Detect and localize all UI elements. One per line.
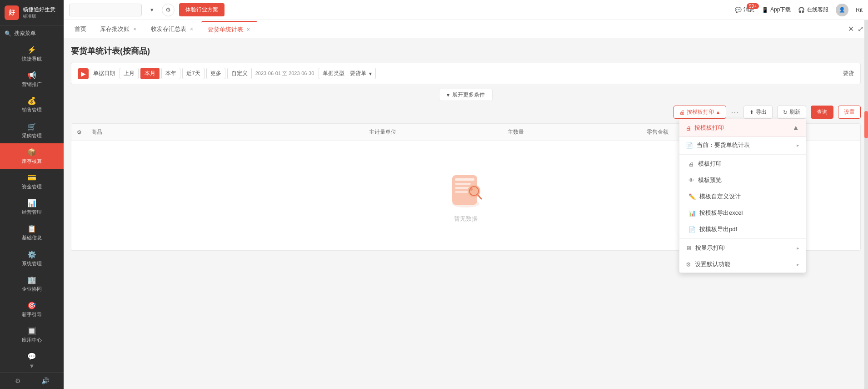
export-label: 导出 (756, 108, 767, 116)
sidebar-nav: ⚡ 快捷导航 📢 营销推广 💰 销售管理 🛒 采购管理 📦 库存核算 💳 资金管… (0, 41, 64, 360)
refresh-btn[interactable]: ↻ 刷新 (777, 106, 806, 119)
date-btn-custom[interactable]: 自定义 (227, 68, 252, 79)
sidebar-item-apps[interactable]: 🔲 应用中心 (0, 322, 64, 348)
topbar-app-download[interactable]: 📱 App下载 (762, 6, 791, 14)
filter-expand-row: ▾ 展开更多条件 (71, 89, 861, 101)
sidebar-item-inventory[interactable]: 📦 库存核算 (0, 143, 64, 169)
col-product-header: 商品 (91, 128, 369, 136)
tab-inventory-batch[interactable]: 库存批次账 × (94, 21, 144, 37)
topbar-settings-btn[interactable]: ⚙ (162, 4, 175, 16)
topbar-online-service[interactable]: 🎧 在线客服 (798, 6, 828, 14)
sidebar-item-label: 经营管理 (22, 209, 42, 215)
sidebar-item-quick-nav[interactable]: ⚡ 快捷导航 (0, 41, 64, 66)
tab-home[interactable]: 首页 (68, 21, 93, 37)
topbar-search-input[interactable] (69, 4, 142, 16)
app-label: App下载 (770, 6, 791, 14)
search-icon: 🔍 (5, 30, 11, 37)
sidebar-item-system[interactable]: ⚙️ 系统管理 (0, 246, 64, 271)
trial-btn[interactable]: 体验行业方案 (179, 3, 224, 16)
inventory-icon: 📦 (27, 148, 36, 157)
date-btn-current-month[interactable]: 本月 (140, 68, 160, 79)
export-excel-label: 按模板导出excel (699, 209, 743, 217)
tab-receivable-summary-label: 收发存汇总表 (151, 25, 186, 33)
sidebar-search[interactable]: 🔍 搜索菜单 (0, 26, 64, 41)
sidebar-bottom: ⚙ 🔊 (0, 372, 64, 389)
topbar-username[interactable]: Rit (856, 7, 863, 13)
print-dropdown-set-default[interactable]: ⚙ 设置默认功能 ▸ (679, 256, 806, 273)
more-options-icon[interactable]: ⋯ (731, 107, 739, 117)
app-name: 畅捷通好生意 (23, 6, 55, 14)
set-default-icon: ⚙ (686, 261, 691, 268)
template-print-label: 模板打印 (698, 160, 722, 168)
display-print-icon: 🖥 (686, 245, 692, 252)
print-icon: 🖨 (679, 109, 685, 116)
print-btn[interactable]: 🖨 按模板打印 ▲ (673, 106, 726, 119)
sidebar-item-purchase[interactable]: 🛒 采购管理 (0, 118, 64, 143)
print-dropdown-export-excel[interactable]: 📊 按模板导出excel (679, 205, 806, 221)
dropdown-divider-1 (679, 154, 806, 155)
service-label: 在线客服 (807, 6, 828, 14)
topbar-messages[interactable]: 💬 消息 99+ (735, 6, 754, 14)
date-btn-current-year[interactable]: 本年 (161, 68, 180, 79)
query-btn[interactable]: 查询 (811, 106, 833, 119)
col-unit-header: 主计量单位 (369, 128, 508, 136)
print-dropdown-template-design[interactable]: ✏️ 模板自定义设计 (679, 188, 806, 205)
tab-inventory-batch-close[interactable]: × (132, 25, 137, 33)
sidebar-scroll-down[interactable]: ▼ (0, 360, 64, 372)
tabbar-expand-btn[interactable]: ⤢ (858, 25, 863, 33)
svg-line-8 (478, 195, 481, 199)
filter-bar: ▶ 单据日期 上月 本月 本年 近7天 更多 自定义 2023-06-01 至 … (71, 63, 861, 84)
sidebar-item-sales[interactable]: 💰 销售管理 (0, 92, 64, 117)
tabbar-close-btn[interactable]: ✕ (848, 25, 854, 33)
sidebar-item-label: 资金管理 (22, 184, 42, 190)
expand-more-btn[interactable]: ▾ 展开更多条件 (439, 89, 493, 101)
set-default-chevron: ▸ (797, 262, 799, 268)
settings-label: 设置 (844, 108, 855, 116)
print-dropdown-export-pdf[interactable]: 📄 按模板导出pdf (679, 221, 806, 237)
export-btn[interactable]: ⬆ 导出 (743, 106, 773, 119)
sidebar-item-wechat[interactable]: 💬 企业微信 (0, 348, 64, 360)
tab-order-stats-close[interactable]: × (246, 25, 251, 34)
sidebar-item-basic[interactable]: 📋 基础信息 (0, 220, 64, 245)
doc-type-filter[interactable]: 单据类型 要货单 ▾ (319, 68, 376, 79)
scrollbar-thumb[interactable] (864, 111, 868, 138)
speaker-bottom-icon[interactable]: 🔊 (41, 377, 49, 384)
settings-bottom-icon[interactable]: ⚙ (15, 377, 21, 384)
sidebar-item-label: 库存核算 (22, 158, 42, 164)
print-dropdown-template-preview[interactable]: 👁 模板预览 (679, 172, 806, 188)
date-btn-last-month[interactable]: 上月 (120, 68, 139, 79)
sidebar-item-operation[interactable]: 📊 经营管理 (0, 194, 64, 220)
print-dropdown-title: 🖨 按模板打印 (686, 124, 724, 132)
tab-receivable-summary[interactable]: 收发存汇总表 × (145, 21, 200, 37)
settings-btn[interactable]: 设置 (838, 106, 861, 119)
sidebar-logo: 好 畅捷通好生意 标准版 (0, 0, 64, 26)
sidebar: 好 畅捷通好生意 标准版 🔍 搜索菜单 ⚡ 快捷导航 📢 营销推广 💰 销售管理… (0, 0, 64, 389)
refresh-icon: ↻ (783, 109, 788, 116)
print-dropdown-template-print[interactable]: 🖨 模板打印 (679, 156, 806, 172)
empty-illustration (443, 168, 489, 209)
sidebar-item-guide[interactable]: 🎯 新手引导 (0, 297, 64, 322)
print-dropdown-display-print[interactable]: 🖥 按显示打印 ▸ (679, 240, 806, 256)
date-btn-more[interactable]: 更多 (206, 68, 225, 79)
sidebar-item-marketing[interactable]: 📢 营销推广 (0, 66, 64, 92)
right-scrollbar[interactable] (864, 20, 868, 389)
date-btn-7days[interactable]: 近7天 (182, 68, 205, 79)
sidebar-item-label: 采购管理 (22, 133, 42, 139)
export-pdf-icon: 📄 (688, 226, 696, 233)
marketing-icon: 📢 (27, 71, 36, 80)
topbar-search-dropdown[interactable]: ▾ (146, 5, 157, 15)
col-qty-header: 主数量 (508, 128, 646, 136)
print-dropdown-current-template[interactable]: 📄 当前：要货单统计表 ▸ (679, 137, 806, 153)
tab-receivable-summary-close[interactable]: × (189, 25, 194, 33)
display-print-chevron: ▸ (797, 245, 799, 251)
print-dropdown-close-btn[interactable]: ▲ (792, 124, 799, 132)
message-badge: 99+ (747, 3, 759, 9)
sidebar-item-label: 营销推广 (22, 81, 42, 87)
basic-icon: 📋 (27, 224, 36, 233)
filter-expand-btn[interactable]: ▶ (78, 68, 89, 79)
sidebar-item-corp[interactable]: 🏢 企业协同 (0, 271, 64, 297)
sidebar-item-finance[interactable]: 💳 资金管理 (0, 169, 64, 194)
col-settings[interactable]: ⚙ (77, 129, 91, 136)
quick-nav-icon: ⚡ (27, 45, 36, 54)
tab-order-stats[interactable]: 要货单统计表 × (201, 21, 257, 37)
